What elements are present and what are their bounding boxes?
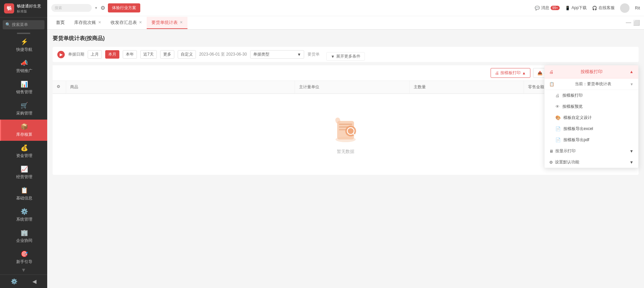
sidebar-item-operation[interactable]: 📈 经营管理 — [0, 162, 47, 183]
tab-collection-summary[interactable]: 收发存汇总表 ✕ — [106, 17, 147, 29]
tab-close-order-stats[interactable]: ✕ — [180, 20, 183, 25]
display-print-icon: 🖥 — [549, 149, 553, 154]
scroll-indicator — [17, 33, 30, 34]
sidebar-bottom: ⚙️ ◀ — [0, 275, 47, 288]
online-service-label: 在线客服 — [598, 5, 615, 11]
template-design-label: 模板自定义设计 — [563, 115, 592, 121]
topbar: 搜索 ▼ ⚙ 体验行业方案 💬 消息 99+ 📱 App下载 🎧 在线客服 Ri… — [47, 0, 644, 16]
sidebar-item-system[interactable]: ⚙️ 系统管理 — [0, 204, 47, 226]
tabs-bar: 首页 库存批次账 ✕ 收发存汇总表 ✕ 要货单统计表 ✕ — ⬜ — [47, 16, 644, 30]
tab-batch-account[interactable]: 库存批次账 ✕ — [69, 17, 106, 29]
col-settings[interactable]: ⚙ — [53, 81, 66, 94]
sidebar-item-sales[interactable]: 📊 销售管理 — [0, 77, 47, 98]
message-label: 消息 — [541, 5, 549, 11]
sidebar-item-label: 营销推广 — [16, 68, 32, 74]
sidebar-item-guide[interactable]: 🎯 新手引导 — [0, 247, 47, 266]
sidebar-item-purchase[interactable]: 🛒 采购管理 — [0, 98, 47, 120]
export-excel-icon: 📄 — [555, 126, 561, 131]
sidebar-item-label: 采购管理 — [16, 110, 32, 116]
batch-account-tab-label: 库存批次账 — [74, 20, 96, 26]
sidebar-item-label: 基础信息 — [16, 195, 32, 201]
sidebar-item-label: 经营管理 — [16, 174, 32, 180]
marketing-icon: 📣 — [21, 59, 28, 67]
sidebar-scroll-down[interactable]: ▼ — [21, 267, 26, 273]
finance-icon: 💰 — [21, 144, 28, 152]
settings-bottom-icon[interactable]: ⚙️ — [11, 278, 18, 285]
print-template-button[interactable]: 🖨 按模板打印 ▲ — [491, 68, 530, 78]
display-print-chevron: ▼ — [630, 149, 634, 154]
tab-minimize-icon[interactable]: — — [626, 20, 631, 26]
dropdown-item-template-print[interactable]: 🖨 按模板打印 — [545, 90, 638, 101]
home-tab-label: 首页 — [56, 20, 65, 26]
tab-close-batch-account[interactable]: ✕ — [98, 20, 101, 25]
sidebar: 畅 畅捷通好生意 标准版 🔍 搜索菜单 ⚡ 快捷导航 📣 营销推广 📊 销售管理… — [0, 0, 47, 288]
dropdown-item-export-excel[interactable]: 📄 按模板导出excel — [545, 123, 638, 134]
app-version: 标准版 — [17, 9, 41, 14]
filter-bar: ▶ 单据日期 上月 本月 本年 近7天 更多 自定义 2023-06-01 至 … — [53, 47, 639, 62]
search-label: 搜索菜单 — [12, 22, 28, 28]
dropdown-item-template-design[interactable]: 🎨 模板自定义设计 — [545, 112, 638, 123]
order-stats-tab-label: 要货单统计表 — [151, 20, 178, 26]
print-dropdown-title: 按模板打印 — [581, 69, 603, 75]
app-download-action[interactable]: 📱 App下载 — [565, 5, 587, 11]
print-icon-header: 🖨 — [549, 69, 554, 74]
export-excel-label: 按模板导出excel — [563, 126, 593, 132]
sidebar-item-label: 系统管理 — [16, 217, 32, 222]
sidebar-item-shortcut[interactable]: ⚡ 快捷导航 — [0, 35, 47, 56]
set-default-icon: ⚙ — [549, 160, 553, 165]
print-dropdown-menu: 🖨 按模板打印 ▲ 📋 当前：要货单统计表 ▼ 🖨 按模板打印 👁 按模板预览 … — [544, 65, 639, 168]
dropdown-item-export-pdf[interactable]: 📄 按模板导出pdf — [545, 134, 638, 146]
sidebar-item-label: 销售管理 — [16, 89, 32, 95]
col-quantity: 主数量 — [410, 81, 524, 94]
tab-close-collection-summary[interactable]: ✕ — [139, 20, 142, 25]
collapse-icon[interactable]: ◀ — [32, 278, 36, 285]
tab-order-stats[interactable]: 要货单统计表 ✕ — [147, 17, 187, 29]
app-name: 畅捷通好生意 — [17, 3, 41, 9]
page-title: 要货单统计表(按商品) — [53, 35, 639, 42]
set-default-section[interactable]: ⚙ 设置默认功能 ▼ — [545, 157, 638, 168]
sidebar-item-inventory[interactable]: 📦 库存核算 — [0, 120, 47, 141]
basic-icon: 📋 — [21, 187, 28, 194]
topbar-gear-icon[interactable]: ⚙ — [100, 5, 105, 11]
collection-summary-tab-label: 收发存汇总表 — [111, 20, 137, 26]
tab-maximize-icon[interactable]: ⬜ — [633, 20, 640, 26]
expand-more-conditions[interactable]: ▼ 展开更多条件 — [326, 52, 365, 61]
print-dropdown-header[interactable]: 🖨 按模板打印 ▲ — [545, 65, 638, 78]
template-print-label: 按模板打印 — [562, 93, 583, 98]
sales-icon: 📊 — [21, 81, 28, 88]
sidebar-item-corp[interactable]: 🏢 企业协同 — [0, 226, 47, 247]
online-service-action[interactable]: 🎧 在线客服 — [592, 5, 615, 11]
message-badge: 99+ — [551, 6, 560, 10]
message-action[interactable]: 💬 消息 99+ — [535, 5, 560, 11]
sidebar-item-label: 企业协同 — [16, 238, 32, 244]
template-preview-icon: 👁 — [555, 104, 560, 109]
tab-home[interactable]: 首页 — [51, 17, 69, 29]
print-arrow-icon: ▲ — [522, 71, 526, 75]
user-avatar[interactable] — [620, 3, 630, 13]
current-template-chevron: ▼ — [630, 82, 634, 86]
sidebar-search[interactable]: 🔍 搜索菜单 — [3, 20, 45, 29]
template-preview-label: 按模板预览 — [562, 104, 583, 109]
purchase-icon: 🛒 — [21, 102, 28, 109]
topbar-search[interactable]: 搜索 — [51, 4, 92, 12]
set-default-label: 设置默认功能 — [555, 159, 579, 165]
print-icon: 🖨 — [495, 71, 499, 75]
export-pdf-label: 按模板导出pdf — [563, 137, 589, 143]
sidebar-item-marketing[interactable]: 📣 营销推广 — [0, 56, 47, 77]
search-dropdown-arrow[interactable]: ▼ — [94, 6, 98, 10]
trial-button[interactable]: 体验行业方案 — [108, 3, 140, 12]
template-design-icon: 🎨 — [555, 115, 561, 120]
current-icon: 📋 — [549, 82, 554, 87]
display-print-section[interactable]: 🖥 按显示打印 ▼ — [545, 146, 638, 157]
app-download-icon: 📱 — [565, 6, 570, 10]
username-label: Rit — [635, 6, 640, 10]
set-default-chevron: ▼ — [630, 160, 634, 165]
current-template-label[interactable]: 📋 当前：要货单统计表 ▼ — [545, 78, 638, 90]
app-download-label: App下载 — [572, 5, 587, 11]
app-logo-icon: 畅 — [4, 3, 14, 13]
message-icon: 💬 — [535, 6, 540, 10]
sidebar-item-finance[interactable]: 💰 资金管理 — [0, 141, 47, 162]
dropdown-item-template-preview[interactable]: 👁 按模板预览 — [545, 101, 638, 112]
sidebar-item-label: 库存核算 — [16, 132, 32, 137]
sidebar-item-basic[interactable]: 📋 基础信息 — [0, 183, 47, 204]
